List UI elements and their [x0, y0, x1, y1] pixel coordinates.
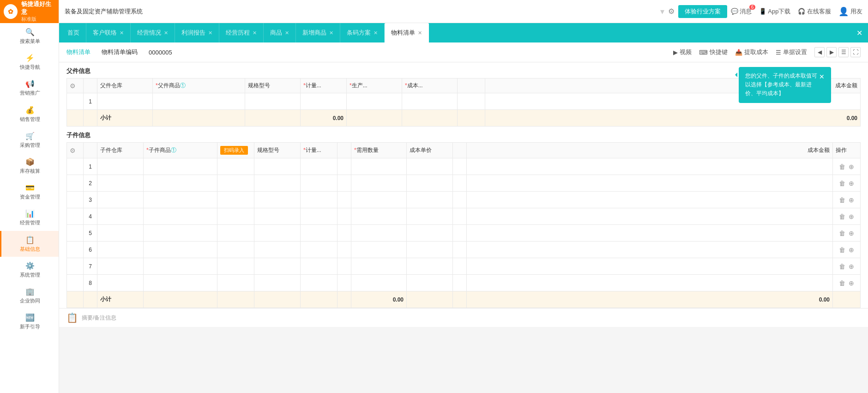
delete-icon-7[interactable]: 🗑 — [839, 263, 845, 270]
child-row-unit-8[interactable] — [301, 275, 338, 291]
single-settings-action[interactable]: ☰ 单据设置 — [776, 48, 807, 56]
child-row-product-7[interactable] — [144, 258, 217, 275]
child-row-qty-3[interactable] — [351, 192, 407, 208]
child-row-warehouse-4[interactable] — [97, 208, 144, 225]
sidebar-item-sales[interactable]: 💰销售管理 — [0, 101, 59, 127]
child-row-unitcost-1[interactable] — [407, 158, 453, 175]
tab-close-7[interactable]: ✕ — [374, 30, 378, 36]
parent-row-warehouse-1[interactable] — [97, 93, 153, 110]
parent-row-unit-1[interactable] — [301, 93, 347, 110]
message-badge[interactable]: 💬 消息 6 — [731, 7, 752, 16]
breadcrumb-home[interactable]: 物料清单 — [66, 48, 90, 56]
child-row-product-6[interactable] — [144, 242, 217, 258]
view-action[interactable]: ▶ 视频 — [673, 48, 692, 56]
tab-close-3[interactable]: ✕ — [208, 30, 212, 36]
sidebar-item-enterprise[interactable]: 🏢企业协同 — [0, 283, 59, 308]
nav-tab-7[interactable]: 条码方案✕ — [340, 23, 385, 42]
try-btn[interactable]: 体验行业方案 — [678, 5, 727, 18]
extract-cost-action[interactable]: 📥 提取成本 — [735, 48, 768, 56]
child-row-product-5[interactable] — [144, 225, 217, 242]
sidebar-item-operations[interactable]: 📊经营管理 — [0, 205, 59, 230]
child-row-spec-8[interactable] — [254, 275, 301, 291]
child-row-warehouse-1[interactable] — [97, 158, 144, 175]
shortcut-action[interactable]: ⌨ 快捷键 — [699, 48, 728, 56]
parent-row-product-1[interactable] — [153, 93, 245, 110]
child-row-unit-7[interactable] — [301, 258, 338, 275]
parent-row-spec-1[interactable] — [245, 93, 301, 110]
nav-tab-2[interactable]: 经营情况✕ — [131, 23, 175, 42]
nav-tab-5[interactable]: 商品✕ — [264, 23, 296, 42]
parent-row-cost-1[interactable] — [402, 93, 458, 110]
child-row-warehouse-8[interactable] — [97, 275, 144, 291]
tab-close-4[interactable]: ✕ — [253, 30, 257, 36]
nav-grid-btn[interactable]: ☰ — [838, 47, 849, 57]
nav-tab-4[interactable]: 经营历程✕ — [219, 23, 264, 42]
copy-icon-6[interactable]: ⊕ — [849, 246, 854, 254]
child-row-product-4[interactable] — [144, 208, 217, 225]
child-row-unit-5[interactable] — [301, 225, 338, 242]
delete-icon-6[interactable]: 🗑 — [839, 246, 845, 254]
user-menu[interactable]: 👤 用友 — [838, 6, 862, 17]
child-row-spec-2[interactable] — [254, 175, 301, 192]
nav-tab-0[interactable]: 首页 — [61, 23, 86, 42]
child-row-unitcost-2[interactable] — [407, 175, 453, 192]
child-row-product-8[interactable] — [144, 275, 217, 291]
sidebar-item-guide[interactable]: 🆕新手引导 — [0, 308, 59, 334]
app-download-link[interactable]: 📱 App下载 — [759, 7, 790, 16]
child-row-spec-1[interactable] — [254, 158, 301, 175]
child-gear-icon[interactable]: ⚙ — [70, 147, 76, 154]
child-row-unitcost-8[interactable] — [407, 275, 453, 291]
scan-btn[interactable]: 扫码录入 — [220, 146, 248, 155]
sidebar-item-nav[interactable]: ⚡快捷导航 — [0, 49, 59, 75]
child-row-unitcost-5[interactable] — [407, 225, 453, 242]
child-row-qty-6[interactable] — [351, 242, 407, 258]
sidebar-item-purchase[interactable]: 🛒采购管理 — [0, 127, 59, 153]
topbar-gear-icon[interactable]: ⚙ — [668, 7, 675, 16]
nav-tab-8[interactable]: 物料清单✕ — [385, 23, 429, 42]
child-row-qty-2[interactable] — [351, 175, 407, 192]
child-row-unit-4[interactable] — [301, 208, 338, 225]
sidebar-item-base[interactable]: 📋基础信息 — [0, 231, 59, 257]
child-row-unit-3[interactable] — [301, 192, 338, 208]
nav-next-btn[interactable]: ▶ — [826, 47, 837, 57]
child-row-unitcost-4[interactable] — [407, 208, 453, 225]
child-row-spec-7[interactable] — [254, 258, 301, 275]
tab-close-6[interactable]: ✕ — [329, 30, 333, 36]
tab-close-2[interactable]: ✕ — [164, 30, 168, 36]
tab-close-5[interactable]: ✕ — [285, 30, 289, 36]
sidebar-item-search[interactable]: 🔍搜索菜单 — [0, 23, 59, 49]
gear-icon[interactable]: ⚙ — [70, 82, 76, 90]
tab-close-1[interactable]: ✕ — [120, 30, 124, 36]
child-row-qty-4[interactable] — [351, 208, 407, 225]
tooltip-close-icon[interactable]: ✕ — [819, 72, 825, 82]
child-row-product-1[interactable] — [144, 158, 217, 175]
sidebar-item-finance[interactable]: 💳资金管理 — [0, 179, 59, 205]
delete-icon-8[interactable]: 🗑 — [839, 279, 845, 287]
sidebar-item-inventory[interactable]: 📦库存核算 — [0, 153, 59, 179]
parent-row-produce-1[interactable] — [347, 93, 402, 110]
delete-icon-1[interactable]: 🗑 — [839, 163, 845, 170]
child-row-unitcost-6[interactable] — [407, 242, 453, 258]
nav-tab-1[interactable]: 客户联络✕ — [86, 23, 131, 42]
child-row-warehouse-6[interactable] — [97, 242, 144, 258]
copy-icon-3[interactable]: ⊕ — [849, 196, 854, 204]
delete-icon-3[interactable]: 🗑 — [839, 196, 845, 204]
copy-icon-1[interactable]: ⊕ — [849, 163, 854, 170]
child-row-warehouse-2[interactable] — [97, 175, 144, 192]
child-row-qty-5[interactable] — [351, 225, 407, 242]
child-row-unitcost-7[interactable] — [407, 258, 453, 275]
child-row-spec-3[interactable] — [254, 192, 301, 208]
child-row-spec-6[interactable] — [254, 242, 301, 258]
child-row-spec-4[interactable] — [254, 208, 301, 225]
child-row-warehouse-5[interactable] — [97, 225, 144, 242]
tab-close-8[interactable]: ✕ — [418, 30, 422, 36]
delete-icon-5[interactable]: 🗑 — [839, 230, 845, 237]
delete-icon-2[interactable]: 🗑 — [839, 180, 845, 187]
child-row-unit-6[interactable] — [301, 242, 338, 258]
sidebar-item-system[interactable]: ⚙️系统管理 — [0, 257, 59, 283]
child-row-qty-7[interactable] — [351, 258, 407, 275]
nav-tab-6[interactable]: 新增商品✕ — [296, 23, 340, 42]
child-row-spec-5[interactable] — [254, 225, 301, 242]
child-row-warehouse-7[interactable] — [97, 258, 144, 275]
delete-icon-4[interactable]: 🗑 — [839, 213, 845, 220]
